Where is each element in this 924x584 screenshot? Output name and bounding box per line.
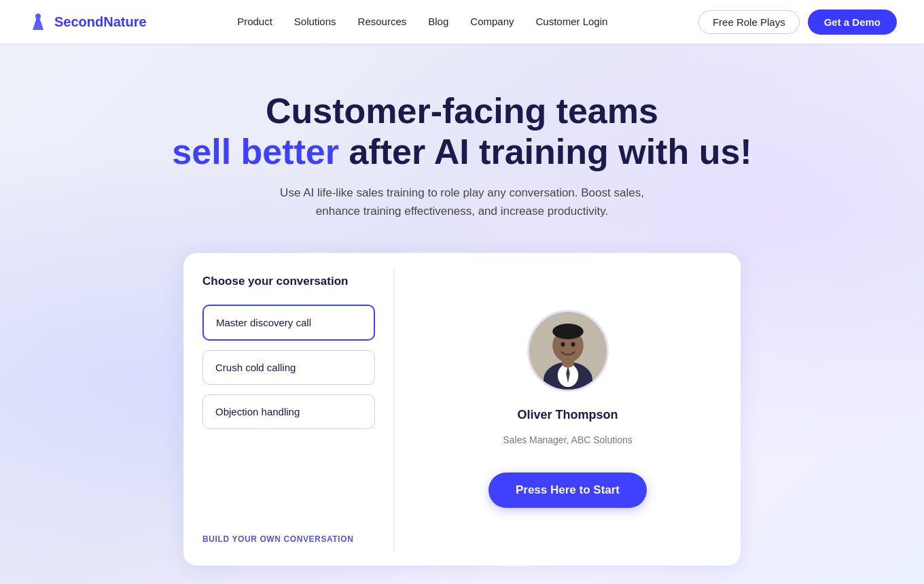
svg-point-9 (552, 324, 584, 340)
option-crush-cold[interactable]: Crush cold calling (202, 350, 375, 385)
hero-title: Customer-facing teams sell better after … (172, 91, 751, 173)
hero-title-line2: after AI training with us! (339, 132, 752, 171)
hero-subtitle: Use AI life-like sales training to role … (258, 184, 666, 220)
free-role-plays-button[interactable]: Free Role Plays (698, 10, 800, 34)
card-right: Oliver Thompson Sales Manager, ABC Solut… (395, 253, 741, 566)
agent-title: Sales Manager, ABC Solutions (503, 434, 633, 445)
card-left: Choose your conversation Master discover… (183, 253, 394, 566)
hero-title-highlight: sell better (172, 132, 339, 171)
svg-point-11 (571, 343, 575, 347)
avatar (527, 310, 609, 392)
get-demo-button[interactable]: Get a Demo (808, 10, 897, 35)
nav-links: Product Solutions Resources Blog Company… (237, 16, 607, 28)
press-here-to-start-button[interactable]: Press Here to Start (488, 473, 647, 508)
svg-point-2 (35, 14, 41, 19)
build-own-conversation-link[interactable]: BUILD YOUR OWN CONVERSATION (202, 521, 375, 544)
hero-section: Customer-facing teams sell better after … (0, 44, 924, 584)
hero-title-line1: Customer-facing teams (266, 91, 658, 131)
nav-item-solutions[interactable]: Solutions (294, 16, 336, 27)
nav-item-blog[interactable]: Blog (428, 16, 448, 27)
logo-icon (27, 11, 49, 33)
nav-item-product[interactable]: Product (237, 16, 272, 27)
logo-text: SecondNature (54, 14, 147, 30)
conversation-card: Choose your conversation Master discover… (183, 253, 741, 566)
option-objection-handling[interactable]: Objection handling (202, 394, 375, 429)
agent-name: Oliver Thompson (517, 408, 618, 422)
nav-item-customer-login[interactable]: Customer Login (536, 16, 608, 27)
svg-point-10 (561, 343, 565, 347)
nav-item-company[interactable]: Company (470, 16, 514, 27)
nav-item-resources[interactable]: Resources (358, 16, 407, 27)
card-left-title: Choose your conversation (202, 275, 375, 288)
option-master-discovery[interactable]: Master discovery call (202, 305, 375, 341)
logo[interactable]: SecondNature (27, 11, 147, 33)
nav-right: Free Role Plays Get a Demo (698, 10, 897, 35)
avatar-image (529, 312, 607, 390)
conversation-options: Master discovery call Crush cold calling… (202, 305, 375, 521)
navbar: SecondNature Product Solutions Resources… (0, 0, 924, 44)
